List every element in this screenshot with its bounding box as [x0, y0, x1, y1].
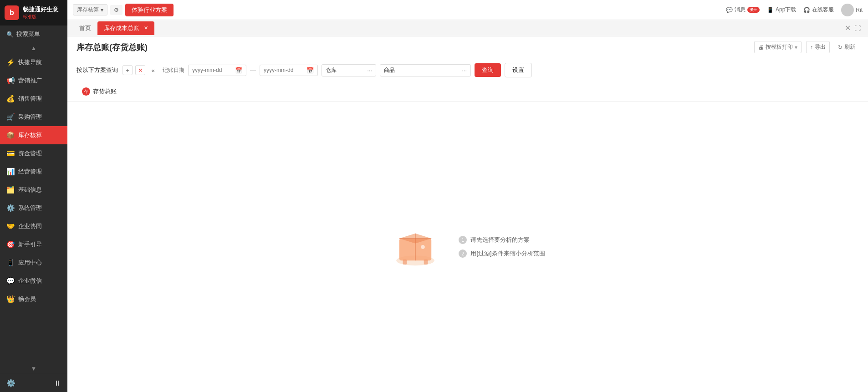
message-btn[interactable]: 💬 消息 99+ — [726, 6, 760, 14]
member-icon: 👑 — [6, 295, 15, 303]
message-icon: 💬 — [726, 7, 733, 13]
industry-btn[interactable]: 体验行业方案 — [125, 4, 174, 16]
sidebar-item-finance[interactable]: 💳 资金管理 — [0, 144, 67, 163]
logo-text: 畅捷通好生意 标准版 — [23, 6, 58, 20]
svg-rect-6 — [424, 260, 428, 265]
print-label: 按模板打印 — [766, 43, 793, 51]
inventory-cost-tab-label: 库存成本总账 — [104, 24, 139, 32]
sidebar-item-member[interactable]: 👑 畅会员 — [0, 290, 67, 308]
date-start-input[interactable] — [192, 67, 233, 73]
page-actions: 🖨 按模板打印 ▾ ↑ 导出 ↻ 刷新 — [754, 41, 859, 53]
breadcrumb-chevron: ▾ — [101, 7, 103, 13]
filter-inputs: 记账日期 📅 — 📅 仓库 ··· 商品 ··· — [163, 63, 859, 77]
tip-text-2: 用[过滤]条件来缩小分析范围 — [470, 249, 545, 258]
sidebar-item-label: 快捷导航 — [18, 58, 42, 66]
message-badge: 99+ — [747, 7, 760, 13]
empty-illustration — [390, 219, 445, 274]
sidebar-item-sales[interactable]: 💰 销售管理 — [0, 90, 67, 108]
sidebar-bottom: ⚙️ ⏸ — [0, 374, 67, 392]
sidebar-item-basic[interactable]: 🗂️ 基础信息 — [0, 181, 67, 199]
basic-icon: 🗂️ — [6, 186, 15, 194]
remove-scheme-btn[interactable]: ✕ — [135, 65, 145, 75]
refresh-btn[interactable]: ↻ 刷新 — [834, 41, 859, 53]
sidebar-item-label: 新手引导 — [18, 240, 42, 249]
sidebar-item-label: 资金管理 — [18, 149, 42, 158]
app-name: 畅捷通好生意 — [23, 6, 58, 14]
gear-settings-btn[interactable]: ⚙ — [110, 5, 123, 15]
tab-inventory-cost[interactable]: 库存成本总账 ✕ — [97, 21, 154, 35]
online-service-btn[interactable]: 🎧 在线客服 — [803, 6, 834, 14]
tab-close-icon[interactable]: ✕ — [144, 25, 148, 31]
calendar-end-icon[interactable]: 📅 — [306, 67, 314, 74]
app-version: 标准版 — [23, 14, 58, 20]
print-dropdown-icon: ▾ — [795, 44, 797, 51]
set-btn[interactable]: 设置 — [505, 63, 532, 77]
filter-label: 按以下方案查询 — [77, 66, 118, 74]
topbar-left: 库存核算 ▾ ⚙ 体验行业方案 — [73, 4, 722, 16]
sidebar-item-label: 营销推广 — [18, 76, 42, 85]
sidebar-item-marketing[interactable]: 📢 营销推广 — [0, 71, 67, 90]
breadcrumb[interactable]: 库存核算 ▾ — [73, 4, 107, 15]
sidebar-item-app-center[interactable]: 📱 应用中心 — [0, 254, 67, 272]
date-start-field[interactable]: 📅 — [188, 65, 246, 76]
date-end-input[interactable] — [264, 67, 305, 73]
purchase-icon: 🛒 — [6, 113, 15, 121]
newbie-icon: 🎯 — [6, 240, 15, 249]
panel-expand-icon[interactable]: ⛶ — [854, 25, 861, 32]
sidebar-item-label: 销售管理 — [18, 95, 42, 103]
breadcrumb-text: 库存核算 — [77, 6, 99, 14]
panel-close-icon[interactable]: ✕ — [845, 24, 851, 32]
query-btn[interactable]: 查询 — [475, 63, 501, 77]
sidebar-item-inventory[interactable]: 📦 库存核算 — [0, 126, 67, 144]
inventory-icon: 📦 — [6, 131, 15, 139]
sidebar-item-wechat[interactable]: 💬 企业微信 — [0, 272, 67, 290]
sidebar-scroll-up[interactable]: ▲ — [0, 43, 67, 53]
collapse-icon[interactable]: ⏸ — [54, 379, 61, 387]
tip-num-2: 2 — [459, 249, 467, 258]
search-menu-label: 搜索菜单 — [16, 30, 40, 38]
svg-rect-5 — [403, 260, 407, 265]
warehouse-more-icon: ··· — [367, 67, 372, 74]
calendar-start-icon[interactable]: 📅 — [235, 67, 242, 74]
user-menu[interactable]: Rit — [841, 4, 863, 16]
product-field[interactable]: 商品 ··· — [380, 64, 471, 76]
sidebar-scroll-down[interactable]: ▼ — [0, 363, 67, 374]
export-btn[interactable]: ↑ 导出 — [806, 41, 830, 53]
operation-icon: 📊 — [6, 168, 15, 176]
date-end-field[interactable]: 📅 — [260, 65, 318, 76]
scheme-label: 存货总账 — [93, 87, 117, 96]
service-label: 在线客服 — [812, 6, 834, 14]
settings-icon[interactable]: ⚙️ — [6, 379, 15, 387]
product-more-icon: ··· — [462, 67, 467, 74]
cooperation-icon: 🤝 — [6, 222, 15, 230]
export-label: 导出 — [815, 43, 826, 51]
warehouse-field[interactable]: 仓库 ··· — [322, 64, 376, 76]
sidebar-item-newbie[interactable]: 🎯 新手引导 — [0, 235, 67, 254]
app-download-label: App下载 — [776, 6, 796, 14]
sidebar-item-label: 企业协同 — [18, 222, 42, 230]
collapse-filter-btn[interactable]: « — [148, 65, 158, 75]
sidebar-item-purchase[interactable]: 🛒 采购管理 — [0, 108, 67, 126]
add-scheme-btn[interactable]: + — [123, 65, 133, 75]
empty-state: 1 请先选择要分析的方案 2 用[过滤]条件来缩小分析范围 — [67, 102, 868, 392]
scheme-item-stock-ledger[interactable]: 存 存货总账 — [77, 85, 122, 98]
warehouse-label: 仓库 — [326, 66, 337, 74]
sidebar-item-quick-nav[interactable]: ⚡ 快捷导航 — [0, 53, 67, 71]
app-download-btn[interactable]: 📱 App下载 — [767, 6, 796, 14]
tip-item-2: 2 用[过滤]条件来缩小分析范围 — [459, 249, 545, 258]
sidebar-item-cooperation[interactable]: 🤝 企业协同 — [0, 217, 67, 235]
service-icon: 🎧 — [803, 7, 810, 13]
search-menu[interactable]: 🔍 搜索菜单 — [0, 25, 67, 43]
sidebar-nav: ⚡ 快捷导航 📢 营销推广 💰 销售管理 🛒 采购管理 📦 库存核算 💳 资金管… — [0, 53, 67, 363]
sidebar-item-operation[interactable]: 📊 经营管理 — [0, 163, 67, 181]
sidebar-item-system[interactable]: ⚙️ 系统管理 — [0, 199, 67, 217]
tabbar: 首页 库存成本总账 ✕ ✕ ⛶ — [67, 20, 868, 36]
app-download-icon: 📱 — [767, 7, 774, 13]
print-btn[interactable]: 🖨 按模板打印 ▾ — [754, 41, 802, 53]
svg-point-4 — [421, 245, 425, 249]
tab-home[interactable]: 首页 — [73, 21, 97, 35]
filter-bar: 按以下方案查询 + ✕ « 记账日期 📅 — 📅 仓库 — [67, 58, 868, 82]
wechat-icon: 💬 — [6, 277, 15, 285]
sidebar-item-label: 采购管理 — [18, 113, 42, 121]
main-content: 库存核算 ▾ ⚙ 体验行业方案 💬 消息 99+ 📱 App下载 🎧 在线客服 — [67, 0, 868, 392]
